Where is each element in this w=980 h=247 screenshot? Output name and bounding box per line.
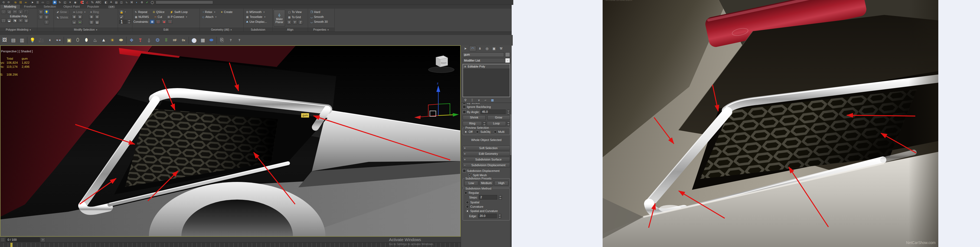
named-selection-field[interactable]	[156, 0, 213, 4]
utilities-tab-icon[interactable]: ⚒	[498, 46, 504, 51]
vertex-mode-icon[interactable]: ∙	[1, 10, 6, 14]
ring-dropdown[interactable]: ≡Ring	[89, 10, 100, 14]
glow-sphere-icon[interactable]: ⬮	[83, 36, 90, 44]
by-angle-field[interactable]: 45.0	[480, 109, 506, 114]
smooth-button[interactable]: ◡Smooth	[309, 14, 325, 19]
preview-subobj-radio[interactable]	[476, 130, 479, 133]
render-icon[interactable]: ✔	[145, 0, 149, 4]
panel-scrollbar[interactable]	[510, 114, 511, 247]
group-label-edit[interactable]: Edit	[132, 28, 199, 32]
ring-spinner[interactable]: ▲▼	[483, 122, 486, 126]
tab-populate[interactable]: Populate	[83, 5, 103, 9]
collapse-stack-down-icon[interactable]: ⇩	[38, 15, 43, 19]
select-move-icon[interactable]: ✥	[53, 0, 57, 4]
shrink-button[interactable]: Shrink	[463, 115, 486, 120]
group-label-geometry[interactable]: Geometry (All) ▼	[200, 28, 243, 32]
ignore-backfacing-checkbox[interactable]	[463, 105, 466, 109]
create-tab-icon[interactable]: ➤	[462, 46, 469, 51]
named-sel-icon[interactable]: ▣	[65, 36, 73, 44]
stack-item-editable-poly[interactable]: ▣ Editable Poly	[463, 64, 510, 69]
relax-button[interactable]: ◔Relax	[201, 10, 216, 14]
paint-size-spinner[interactable]: ▲▼	[127, 19, 131, 24]
window-crossing-icon[interactable]: ⬚	[46, 0, 50, 4]
preview-multi-radio[interactable]	[494, 130, 497, 133]
smooth30-button[interactable]: ◡Smooth 30	[309, 19, 329, 24]
tweak-icon[interactable]: ⬓	[7, 18, 12, 23]
group-label-subdivision[interactable]: Subdivision	[243, 28, 272, 32]
current-frame-field[interactable]: 0 / 100	[6, 237, 40, 242]
preview-off-radio[interactable]	[464, 130, 467, 133]
render-presets-icon[interactable]: ▥	[18, 36, 25, 44]
group-label-align[interactable]: Align	[273, 28, 308, 32]
pconnect-button[interactable]: ⊞P Connect	[166, 14, 188, 19]
constraint-edge-icon[interactable]: ◻	[156, 19, 161, 24]
curve-editor-icon[interactable]: ∿	[125, 0, 129, 4]
msmooth-button[interactable]: ⊞MSmooth	[245, 10, 266, 14]
rollout-edit-geometry[interactable]: +Edit Geometry	[463, 151, 510, 156]
schematic-icon[interactable]: ⌘	[130, 0, 134, 4]
soft-selection-icon[interactable]: ◎	[24, 18, 29, 23]
pearl-icon[interactable]: ⬤	[191, 36, 197, 44]
binocular-icon[interactable]: 👓	[55, 36, 62, 44]
collapse-stack-up-icon[interactable]: ⇧	[38, 10, 43, 14]
constraint-face-icon[interactable]: ◼	[162, 19, 167, 24]
preset-medium-button[interactable]: Medium	[479, 181, 493, 186]
selection-lock-icon[interactable]: 🔒	[119, 10, 124, 14]
select-region-icon[interactable]: ▭	[41, 0, 45, 4]
attach-button[interactable]: ◇Attach	[201, 14, 218, 19]
teapot-render-icon[interactable]: ◯	[151, 0, 154, 4]
graphite-icon[interactable]: ◫	[120, 0, 123, 4]
keyboard-lamp-icon[interactable]: 💡	[29, 36, 36, 44]
modifier-list-dropdown[interactable]: Modifier List⌄	[463, 58, 510, 63]
show-end-result-icon[interactable]: 💡	[44, 10, 49, 14]
hair-ox-icon[interactable]: 0x	[180, 36, 187, 44]
grass-icon[interactable]: ʬ	[163, 36, 170, 44]
link-icon[interactable]: ⧉	[14, 0, 18, 4]
scale-icon[interactable]: ◱	[63, 0, 67, 4]
swatches-icon[interactable]: ▦	[199, 36, 206, 44]
grow-button[interactable]: Grow	[487, 115, 510, 120]
rotate-icon[interactable]: ↻	[58, 0, 62, 4]
curvature-radio[interactable]	[466, 205, 469, 208]
angle-snap-icon[interactable]: ∠	[85, 0, 89, 4]
select-object-icon[interactable]: ➤	[30, 0, 34, 4]
align-x-button[interactable]: X	[287, 20, 291, 24]
align-z-button[interactable]: Z	[298, 20, 303, 24]
tab-freeform[interactable]: Freeform	[20, 5, 40, 9]
show-end-result-icon[interactable]: ⌶	[470, 98, 474, 102]
timeline-mode-button[interactable]	[0, 237, 5, 242]
pylon-icon[interactable]: ⍙	[145, 36, 153, 44]
grow-button[interactable]: ⬈Grow	[55, 10, 70, 14]
hair-hf-icon[interactable]: HF	[171, 36, 178, 44]
motion-tab-icon[interactable]: ◎	[484, 46, 490, 51]
paint-size-field[interactable]: 1	[119, 20, 127, 24]
next-frame-button[interactable]: >	[41, 237, 45, 242]
loop-button[interactable]: Loop	[487, 121, 506, 126]
viewport-label[interactable]: [ Perspective ] [ Shaded ]	[0, 50, 33, 53]
remove-modifier-icon[interactable]: ⌐	[484, 98, 488, 102]
ring-shrink-icon[interactable]: ⊖	[95, 14, 100, 19]
border-mode-icon[interactable]: ◠	[13, 10, 18, 14]
tab-selection[interactable]: Selection	[40, 5, 60, 9]
ribbon-minimize-button[interactable]: ▭ ▾	[108, 5, 115, 9]
repeat-button[interactable]: ↻Repeat	[134, 10, 149, 14]
display-tab-icon[interactable]: ▣	[491, 46, 497, 51]
tab-object-paint[interactable]: Object Paint	[60, 5, 84, 9]
loop-grow-icon[interactable]: ⊕	[72, 14, 76, 19]
camera-icon[interactable]: 🎥	[38, 36, 45, 44]
use-displacement-button[interactable]: ⛰Use Displac...	[245, 19, 268, 24]
align-y-button[interactable]: Y	[293, 20, 297, 24]
shrink-button[interactable]: ⬊Shrink	[55, 15, 70, 19]
redo-icon[interactable]: ⟳	[7, 0, 11, 4]
rollout-subdivision-displacement[interactable]: −Subdivision Displacement	[463, 163, 510, 168]
steps-field[interactable]: 2	[479, 195, 497, 200]
loop-mode-icon[interactable]: ━	[78, 20, 82, 24]
olive-egg-icon[interactable]: ⬬	[118, 36, 124, 44]
help2-icon[interactable]: ?	[236, 36, 243, 44]
unlink-icon[interactable]: ⛓	[19, 0, 22, 4]
preset-low-button[interactable]: Low	[464, 181, 478, 186]
ignore-backfacing-icon[interactable]: ⌗	[18, 18, 23, 23]
spinner-snap-icon[interactable]: ABC	[95, 0, 101, 4]
doc-list-icon[interactable]: ⎘	[218, 36, 226, 44]
nurms-button[interactable]: ▦NURMS	[134, 14, 150, 19]
